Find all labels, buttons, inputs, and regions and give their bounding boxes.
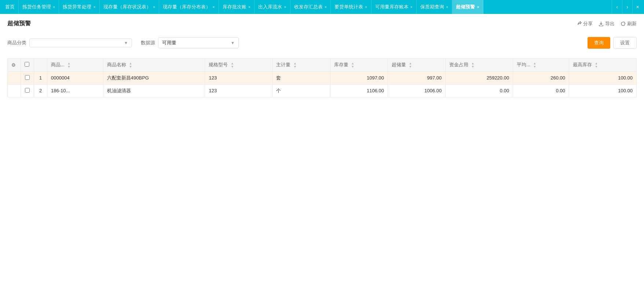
td-max-stock-0: 100.00 — [569, 71, 636, 84]
sort-capital-icon: ▲▼ — [471, 62, 475, 68]
sort-stock-icon: ▲▼ — [351, 62, 354, 68]
td-overstock-1: 1006.00 — [388, 84, 445, 97]
sort-product-code-icon: ▲▼ — [67, 62, 70, 68]
product-category-chevron: ▼ — [124, 41, 128, 45]
td-product-name-0: 六配套新昌490BPG — [103, 71, 205, 84]
product-category-group: 商品分类 ▼ — [7, 38, 132, 47]
sort-avg-icon: ▲▼ — [533, 62, 537, 68]
th-max-stock[interactable]: 最高库存 ▲▼ — [569, 59, 636, 72]
nav-tab-overstock[interactable]: 超储预警 × — [452, 0, 483, 14]
th-unit[interactable]: 主计量 ▲▼ — [272, 59, 330, 72]
sort-overstock-icon: ▲▼ — [409, 62, 412, 68]
nav-tab-flow[interactable]: 出入库流水 × — [255, 0, 290, 14]
page-header: 超储预警 分享 导出 刷新 — [7, 20, 637, 27]
sort-product-name-icon: ▲▼ — [129, 62, 132, 68]
th-settings[interactable]: ⚙ — [8, 59, 21, 72]
td-unit-0: 套 — [272, 71, 330, 84]
td-checkbox-0[interactable] — [21, 71, 34, 84]
td-settings-0 — [8, 71, 21, 84]
nav-arrows: ‹ › × — [612, 0, 643, 14]
td-row-num-0: 1 — [34, 71, 47, 84]
th-avg[interactable]: 平均... ▲▼ — [513, 59, 569, 72]
td-avg-1: 0.00 — [513, 84, 569, 97]
export-icon — [599, 21, 604, 26]
nav-tab-overstock-close[interactable]: × — [477, 5, 479, 9]
nav-tab-batch[interactable]: 库存批次账 × — [219, 0, 255, 14]
product-category-select[interactable]: ▼ — [29, 38, 132, 47]
main-content: 超储预警 分享 导出 刷新 商品分类 ▼ 数据源 — [0, 14, 644, 293]
nav-tab-flow-close[interactable]: × — [284, 5, 286, 9]
td-product-code-0: 0000004 — [47, 71, 103, 84]
export-action[interactable]: 导出 — [599, 21, 615, 27]
nav-tab-available-close[interactable]: × — [410, 5, 413, 9]
nav-tab-order-stats[interactable]: 要货单统计表 × — [331, 0, 371, 14]
td-settings-1 — [8, 84, 21, 97]
settings-button[interactable]: 设置 — [613, 37, 637, 49]
th-product-code[interactable]: 商品... ▲▼ — [47, 59, 103, 72]
data-source-label: 数据源 — [141, 40, 155, 46]
td-checkbox-1[interactable] — [21, 84, 34, 97]
th-spec[interactable]: 规格型号 ▲▼ — [205, 59, 272, 72]
share-action[interactable]: 分享 — [577, 21, 593, 27]
th-product-name[interactable]: 商品名称 ▲▼ — [103, 59, 205, 72]
nav-tab-stock-dist-close[interactable]: × — [212, 5, 215, 9]
refresh-action[interactable]: 刷新 — [621, 21, 637, 27]
td-avg-0: 260.00 — [513, 71, 569, 84]
data-source-chevron: ▼ — [231, 41, 235, 45]
th-row-num — [34, 59, 47, 72]
td-product-name-1: 机油滤清器 — [103, 84, 205, 97]
row-checkbox-1[interactable] — [25, 88, 30, 93]
table-row: 1 0000004 六配套新昌490BPG 123 套 1097.00 997.… — [8, 71, 637, 84]
nav-tab-stock-dist[interactable]: 现存量（库存分布表） × — [159, 0, 219, 14]
filter-actions: 查询 设置 — [588, 37, 637, 49]
nav-tab-available[interactable]: 可用量库存账本 × — [372, 0, 417, 14]
th-capital[interactable]: 资金占用 ▲▼ — [446, 59, 513, 72]
nav-arrow-close[interactable]: × — [632, 0, 643, 14]
th-overstock[interactable]: 超储量 ▲▼ — [388, 59, 445, 72]
td-stock-0: 1097.00 — [330, 71, 388, 84]
table-row: 2 186-10... 机油滤清器 123 个 1106.00 1006.00 … — [8, 84, 637, 97]
nav-arrow-right[interactable]: › — [622, 0, 632, 14]
nav-tab-stock-status[interactable]: 现存量（库存状况表） × — [100, 0, 159, 14]
td-unit-1: 个 — [272, 84, 330, 97]
nav-tab-summary-close[interactable]: × — [325, 5, 327, 9]
filter-row: 商品分类 ▼ 数据源 可用量 ▼ 查询 设置 — [7, 33, 637, 52]
td-product-code-1: 186-10... — [47, 84, 103, 97]
data-source-value: 可用量 — [162, 40, 176, 46]
nav-tab-summary[interactable]: 收发存汇总表 × — [290, 0, 331, 14]
top-nav: 首页 拣货任务管理 × 拣货异常处理 × 现存量（库存状况表） × 现存量（库存… — [0, 0, 644, 14]
product-category-label: 商品分类 — [7, 40, 26, 46]
select-all-checkbox[interactable] — [25, 62, 29, 67]
page-actions: 分享 导出 刷新 — [577, 21, 637, 27]
th-checkbox[interactable] — [21, 59, 34, 72]
nav-tab-exception-close[interactable]: × — [93, 5, 95, 9]
nav-tab-order-stats-close[interactable]: × — [365, 5, 367, 9]
sort-max-stock-icon: ▲▼ — [595, 62, 598, 68]
page-title: 超储预警 — [7, 20, 31, 27]
table-header-row: ⚙ 商品... ▲▼ 商品名称 ▲▼ 规格型号 ▲▼ 主计 — [8, 59, 637, 72]
nav-tab-stock-status-close[interactable]: × — [153, 5, 155, 9]
table-body: 1 0000004 六配套新昌490BPG 123 套 1097.00 997.… — [8, 71, 637, 97]
td-overstock-0: 997.00 — [388, 71, 445, 84]
nav-tab-exception[interactable]: 拣货异常处理 × — [59, 0, 99, 14]
nav-tab-expiry-close[interactable]: × — [446, 5, 448, 9]
share-icon — [577, 21, 582, 26]
nav-tab-task[interactable]: 拣货任务管理 × — [19, 0, 59, 14]
data-source-select[interactable]: 可用量 ▼ — [158, 37, 239, 48]
sort-spec-icon: ▲▼ — [231, 62, 234, 68]
th-stock[interactable]: 库存量 ▲▼ — [330, 59, 388, 72]
td-stock-1: 1106.00 — [330, 84, 388, 97]
refresh-icon — [621, 21, 626, 26]
nav-tab-task-close[interactable]: × — [53, 5, 55, 9]
row-checkbox-0[interactable] — [25, 75, 30, 80]
nav-tab-home[interactable]: 首页 — [1, 0, 19, 14]
td-capital-1: 0.00 — [446, 84, 513, 97]
nav-tab-batch-close[interactable]: × — [248, 5, 250, 9]
sort-unit-icon: ▲▼ — [293, 62, 297, 68]
td-spec-1: 123 — [205, 84, 272, 97]
nav-tab-expiry[interactable]: 保质期查询 × — [417, 0, 452, 14]
query-button[interactable]: 查询 — [588, 37, 610, 49]
td-spec-0: 123 — [205, 71, 272, 84]
data-source-group: 数据源 可用量 ▼ — [141, 37, 239, 48]
nav-arrow-left[interactable]: ‹ — [612, 0, 622, 14]
